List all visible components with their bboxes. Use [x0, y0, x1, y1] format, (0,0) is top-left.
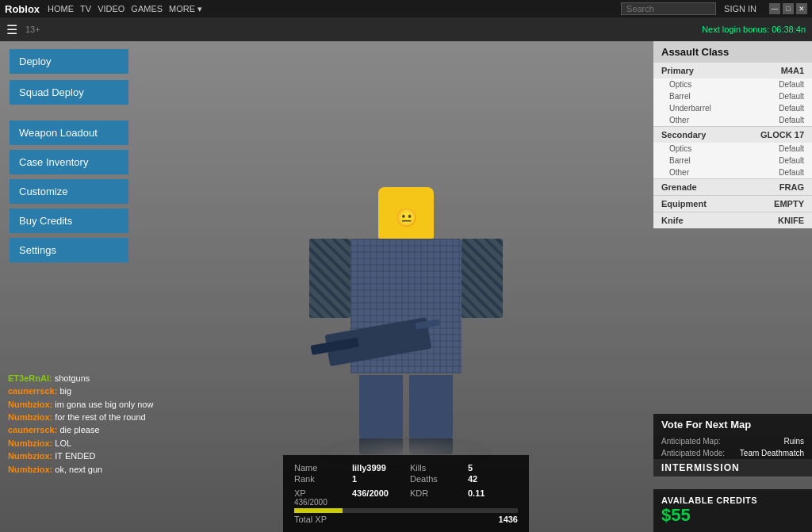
credits-panel: AVAILABLE CREDITS $55 [653, 489, 812, 532]
kdr-value: 0.11 [468, 488, 518, 498]
character-legs [359, 375, 453, 438]
equipment-value: EMPTY [774, 199, 804, 209]
topbar: Roblox HOME TV VIDEO GAMES MORE ▾ SIGN I… [0, 0, 812, 17]
chat-message: die please [57, 425, 99, 434]
assault-class-panel: Assault Class Primary M4A1 Optics Defaul… [653, 41, 812, 228]
sec-optics-value: Default [779, 144, 804, 153]
equipment-row: Equipment EMPTY [653, 196, 812, 212]
right-panel: Assault Class Primary M4A1 Optics Defaul… [653, 41, 812, 228]
buy-credits-button[interactable]: Buy Credits [10, 209, 128, 233]
optics-row: Optics Default [653, 78, 812, 90]
nav-video[interactable]: VIDEO [98, 4, 124, 14]
grenade-row: Grenade FRAG [653, 179, 812, 195]
game-area: Deploy Squad Deploy Weapon Loadout Case … [0, 41, 812, 532]
xp-label: XP [294, 488, 344, 498]
character-head: 😐 [378, 187, 434, 243]
bonus-label: Next login bonus: 06:38:4n [702, 25, 806, 34]
total-xp-label: Total XP [294, 515, 327, 524]
xp-stats-grid: XP 436/2000 KDR 0.11 [294, 488, 518, 498]
chat-name: Numbziox: [8, 412, 52, 422]
anticipated-mode-row: Anticipated Mode: Team Deathmatch [653, 447, 812, 459]
sec-other-row: Other Default [653, 166, 812, 178]
character-display: 😐 [319, 187, 493, 457]
nav-games[interactable]: GAMES [131, 4, 163, 14]
kills-label: Kills [410, 463, 460, 473]
sign-in-button[interactable]: SIGN IN [724, 4, 756, 13]
maximize-button[interactable]: □ [783, 3, 794, 14]
secondary-label: Secondary [661, 130, 706, 140]
chat-message: im gona use big only now [52, 400, 153, 409]
xp-bar-fill [294, 508, 343, 513]
chat-message: LOL [52, 438, 71, 448]
name-label: Name [294, 463, 344, 473]
underbarrel-value: Default [779, 104, 804, 113]
chat-message: shotguns [52, 373, 90, 383]
anticipated-mode-value: Team Deathmatch [740, 449, 804, 457]
case-inventory-button[interactable]: Case Inventory [10, 150, 128, 174]
character-body [350, 239, 462, 373]
nav-items: HOME TV VIDEO GAMES MORE ▾ [48, 4, 202, 14]
anticipated-map-row: Anticipated Map: Ruins [653, 435, 812, 447]
chat-line: Numbziox: IT ENDED [8, 450, 214, 462]
character-right-leg [409, 375, 453, 438]
secondary-header: Secondary GLOCK 17 [653, 127, 812, 143]
character-right-arm [462, 239, 503, 318]
deploy-button[interactable]: Deploy [10, 49, 128, 74]
other-row-primary: Other Default [653, 114, 812, 126]
intermission-label: INTERMISSION [653, 459, 812, 477]
primary-header: Primary M4A1 [653, 63, 812, 78]
rank-label: Rank [294, 474, 344, 484]
sec-barrel-value: Default [779, 156, 804, 165]
name-value: lilly3999 [352, 463, 402, 473]
optics-label: Optics [669, 80, 691, 89]
customize-button[interactable]: Customize [10, 179, 128, 204]
hamburger-icon[interactable]: ☰ [6, 22, 17, 37]
close-button[interactable]: ✕ [796, 3, 807, 14]
assault-class-title: Assault Class [653, 41, 812, 63]
equipment-label: Equipment [661, 199, 707, 209]
xp-bar-container: XP 436/2000 KDR 0.11 436/2000 Total XP 1… [294, 488, 518, 524]
sec-optics-row: Optics Default [653, 143, 812, 155]
chat-name: Numbziox: [8, 465, 52, 474]
nav-tv[interactable]: TV [80, 4, 91, 14]
nav-more[interactable]: MORE ▾ [169, 4, 202, 14]
vote-panel: Vote For Next Map Anticipated Map: Ruins… [653, 414, 812, 477]
vote-header: Vote For Next Map [653, 414, 812, 435]
search-input[interactable] [621, 2, 716, 15]
secondary-value: GLOCK 17 [760, 130, 804, 140]
barrel-value: Default [779, 92, 804, 101]
barrel-row: Barrel Default [653, 90, 812, 102]
credits-title: AVAILABLE CREDITS [661, 496, 804, 505]
total-xp-value: 1436 [499, 515, 518, 524]
other-label-primary: Other [669, 116, 689, 124]
minimize-button[interactable]: — [769, 3, 780, 14]
xp-text: 436/2000 [294, 498, 518, 507]
top-right-buttons: SIGN IN [724, 4, 756, 13]
underbarrel-label: Underbarrel [669, 104, 711, 113]
chat-log: ET3eRnAl: shotgunscaunerrsck: bigNumbzio… [8, 373, 214, 477]
chat-message: big [57, 386, 71, 396]
secondary-section: Secondary GLOCK 17 Optics Default Barrel… [653, 127, 812, 178]
chat-line: Numbziox: ok, next gun [8, 464, 214, 476]
kills-value: 5 [468, 463, 518, 473]
barrel-label: Barrel [669, 92, 691, 101]
anticipated-map-label: Anticipated Map: [661, 437, 721, 446]
window-controls: — □ ✕ [769, 3, 807, 14]
sec-other-value: Default [779, 168, 804, 177]
nav-home[interactable]: HOME [48, 4, 74, 14]
weapon-loadout-button[interactable]: Weapon Loadout [10, 121, 128, 145]
knife-row: Knife KNIFE [653, 212, 812, 228]
roblox-logo: Roblox [5, 3, 40, 15]
sec-barrel-label: Barrel [669, 156, 691, 165]
sec-barrel-row: Barrel Default [653, 155, 812, 166]
xp-bar-bg [294, 508, 518, 513]
other-value-primary: Default [779, 116, 804, 124]
character-left-arm [309, 239, 350, 318]
chat-name: Numbziox: [8, 438, 52, 448]
squad-deploy-button[interactable]: Squad Deploy [10, 80, 128, 105]
settings-button[interactable]: Settings [10, 238, 128, 262]
chat-name: ET3eRnAl: [8, 373, 52, 383]
deaths-value: 42 [468, 474, 518, 484]
primary-section: Primary M4A1 Optics Default Barrel Defau… [653, 63, 812, 126]
chat-line: ET3eRnAl: shotguns [8, 373, 214, 385]
